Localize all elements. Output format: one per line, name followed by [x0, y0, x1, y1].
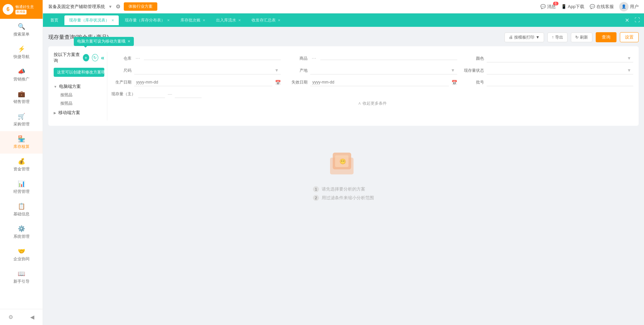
- scheme-group-mobile: ▶ 移动端方案: [54, 108, 104, 117]
- header-settings-icon[interactable]: ⚙: [116, 3, 120, 10]
- step-num-1: 1: [313, 186, 319, 192]
- stock-main-from-input[interactable]: [138, 90, 165, 98]
- app-download-btn[interactable]: 📱 App下载: [561, 4, 584, 10]
- sidebar-settings-icon[interactable]: ⚙: [7, 313, 14, 322]
- trial-button[interactable]: 体验行业方案: [124, 2, 157, 11]
- tooltip2-close[interactable]: ✕: [107, 70, 110, 74]
- step-num-2: 2: [313, 195, 319, 201]
- origin-select[interactable]: ▼: [310, 66, 457, 74]
- tab-home[interactable]: 首页: [46, 15, 63, 25]
- page-content: 现存量查询(按仓库+商品) 🖨 按模板打印 ▼ ↑ 导出 ↻ 刷新 查询 设置: [43, 27, 644, 325]
- system-dropdown-icon[interactable]: ▼: [108, 4, 112, 9]
- filter-row-goods: 商品 ···: [287, 54, 457, 62]
- logo-icon: 6: [3, 4, 13, 15]
- field-label-color: 颜色: [464, 56, 484, 61]
- tab-close-icon[interactable]: ✕: [238, 18, 241, 22]
- stock-main-to-input[interactable]: [175, 90, 202, 98]
- goods-dots[interactable]: ···: [310, 55, 317, 61]
- tooltip2-text: 这里可以创建和修改方案哦: [57, 69, 105, 75]
- scheme-item[interactable]: 按照品: [54, 91, 104, 99]
- search-menu-icon: 🔍: [18, 23, 25, 30]
- stock-status-select[interactable]: ▼: [487, 66, 633, 74]
- sidebar-collapse-icon[interactable]: ◀: [29, 313, 36, 322]
- color-select[interactable]: ▼: [487, 54, 633, 62]
- tab-inout-flow[interactable]: 出入库流水 ✕: [211, 15, 246, 25]
- logo-text: 畅通好生意 标准版: [15, 4, 34, 14]
- scheme-panel: 按以下方案查询 + ↻ « 电脑方案可设为移动方案哦 ✕: [54, 52, 107, 120]
- field-label-batch-no: 批号: [464, 79, 484, 85]
- tab-batch-account[interactable]: 库存批次账 ✕: [176, 15, 210, 25]
- filter-add-button[interactable]: +: [83, 54, 89, 61]
- export-btn[interactable]: ↑ 导出: [547, 33, 568, 42]
- sidebar-label: 企业协同: [13, 256, 30, 262]
- sidebar-item-guide[interactable]: 📖新手引导: [0, 266, 43, 288]
- tab-close-all-icon[interactable]: ✕: [624, 16, 631, 25]
- sidebar-item-marketing[interactable]: 📣营销推广: [0, 64, 43, 86]
- quick-nav-icon: ⚡: [18, 45, 25, 53]
- content-layout: 按以下方案查询 + ↻ « 电脑方案可设为移动方案哦 ✕: [54, 52, 633, 120]
- produce-date-calendar-icon[interactable]: 📅: [275, 80, 281, 85]
- user-btn[interactable]: 👤 用户: [619, 2, 639, 11]
- tab-close-icon[interactable]: ✕: [111, 18, 114, 22]
- sidebar-item-finance[interactable]: 💰资金管理: [0, 154, 43, 176]
- expire-date-input[interactable]: [310, 78, 448, 86]
- scheme-list: ▼ 电脑端方案 按照品 按照品 ▶ 移动端方案: [54, 81, 104, 120]
- warehouse-select[interactable]: [144, 57, 281, 60]
- size-select[interactable]: ▼: [134, 66, 281, 74]
- scheme-item[interactable]: 按照品: [54, 99, 104, 108]
- filter-row-origin: 产地 ▼: [287, 66, 457, 74]
- tab-close-icon[interactable]: ✕: [167, 18, 170, 22]
- warehouse-dots[interactable]: ···: [134, 55, 141, 61]
- user-label: 用户: [630, 4, 639, 10]
- goods-select[interactable]: [320, 57, 457, 60]
- tab-close-icon[interactable]: ✕: [203, 18, 205, 22]
- filter-row-produce-date: 生产日期 📅: [111, 78, 281, 86]
- batch-no-input[interactable]: [487, 78, 633, 86]
- sidebar-logo: 6 畅通好生意 标准版: [0, 0, 43, 19]
- select-arrow-icon: ▼: [627, 56, 631, 61]
- filter-back-button[interactable]: «: [101, 54, 104, 61]
- refresh-btn[interactable]: ↻ 刷新: [571, 33, 592, 42]
- tab-fullscreen-icon[interactable]: ⛶: [633, 16, 641, 24]
- scheme-group-mobile-header[interactable]: ▶ 移动端方案: [54, 108, 104, 117]
- sidebar-item-purchase[interactable]: 🛒采购管理: [0, 109, 43, 131]
- tab-close-icon[interactable]: ✕: [278, 18, 280, 22]
- template-print-btn[interactable]: 🖨 按模板打印 ▼: [504, 33, 544, 42]
- select-arrow-icon: ▼: [274, 68, 279, 73]
- tab-collect-summary[interactable]: 收发存汇总表 ✕: [247, 15, 285, 25]
- tooltip1-close[interactable]: ✕: [127, 39, 130, 44]
- purchase-icon: 🛒: [18, 113, 25, 120]
- dropdown-icon: ▼: [536, 35, 540, 40]
- tooltip1-text: 电脑方案可设为移动方案哦: [77, 39, 125, 44]
- support-btn[interactable]: 💬 在线客服: [590, 4, 614, 10]
- refresh-icon: ↻: [575, 35, 579, 40]
- scheme-group-desktop-header[interactable]: ▼ 电脑端方案: [54, 82, 104, 91]
- sidebar-item-quick-nav[interactable]: ⚡快捷导航: [0, 41, 43, 64]
- sidebar-item-inventory[interactable]: 🏪库存核算: [0, 131, 43, 154]
- sidebar-label: 资金管理: [13, 166, 30, 172]
- sidebar-item-sales[interactable]: 💼销售管理: [0, 86, 43, 109]
- tab-inventory-dist[interactable]: 现存量（库存分布表） ✕: [120, 15, 174, 25]
- print-label: 按模板打印: [514, 35, 534, 40]
- collapse-bar[interactable]: ∧ 收起更多条件: [111, 98, 633, 108]
- select-arrow-icon: ▼: [627, 68, 631, 73]
- setting-button[interactable]: 设置: [620, 32, 639, 42]
- sidebar-label: 基础信息: [13, 211, 30, 217]
- tab-inventory-status[interactable]: 现存量（库存状况表） ✕: [64, 15, 119, 25]
- sidebar-item-system[interactable]: ⚙️系统管理: [0, 221, 43, 243]
- collapse-label: 收起更多条件: [363, 101, 387, 106]
- produce-date-input[interactable]: [134, 78, 272, 86]
- query-button[interactable]: 查询: [596, 32, 616, 42]
- sidebar-item-search-menu[interactable]: 🔍搜索菜单: [0, 19, 43, 41]
- expire-date-calendar-icon[interactable]: 📅: [451, 80, 457, 85]
- scheme-group-label: 移动端方案: [58, 110, 80, 116]
- sidebar-item-enterprise[interactable]: 🤝企业协同: [0, 243, 43, 266]
- filter-refresh-button[interactable]: ↻: [92, 54, 98, 61]
- sidebar-item-operation[interactable]: 📊经营管理: [0, 176, 43, 199]
- support-icon: 💬: [590, 4, 595, 9]
- avatar: 👤: [619, 2, 629, 11]
- message-btn[interactable]: 💬 6 消息: [540, 4, 556, 10]
- svg-text:😶: 😶: [339, 158, 346, 165]
- print-icon: 🖨: [509, 35, 513, 40]
- sidebar-item-basic[interactable]: 📋基础信息: [0, 199, 43, 221]
